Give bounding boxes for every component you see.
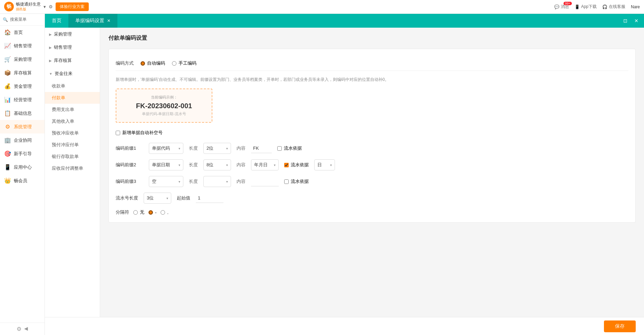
sidebar-nav: 🏠 首页 📈 销售管理 🛒 采购管理 📦 库存核算 💰 资金管理 📊 经 <box>0 26 45 323</box>
prefix1-label: 编码前缀1 <box>116 145 143 151</box>
search-icon: 🔍 <box>3 17 8 22</box>
prefix2-select[interactable]: 单据日期 ▾ <box>149 159 183 170</box>
message-btn[interactable]: 💬 消息 99+ <box>554 4 569 10</box>
prefix3-chevron: ▾ <box>179 180 180 184</box>
tab-close-all-btn[interactable]: ✕ <box>632 16 641 26</box>
manual-code-radio[interactable]: 手工编码 <box>172 60 196 66</box>
prefix1-length-select[interactable]: 2位 ▾ <box>203 143 231 154</box>
auto-code-radio[interactable]: 自动编码 <box>141 60 165 66</box>
sidebar-item-guide[interactable]: 🎯 新手引导 <box>0 147 45 160</box>
sub-menu-purchase-header[interactable]: ▶ 采购管理 <box>45 28 100 41</box>
sales-group-label: 销售管理 <box>54 44 72 50</box>
search-label: 搜索菜单 <box>10 17 27 22</box>
prefix1-length-value: 2位 <box>206 145 213 151</box>
sep-dash-radio[interactable]: - <box>148 210 156 215</box>
sub-menu-ar-ap-adjust[interactable]: 应收应付调整单 <box>45 162 100 174</box>
sidebar-inventory-label: 库存核算 <box>14 70 32 76</box>
sep-dot-label: . <box>167 210 169 215</box>
tab-maximize-btn[interactable]: ⊡ <box>621 16 630 26</box>
sub-menu-capital-header[interactable]: ▼ 资金往来 <box>45 67 100 80</box>
nav-tab-home-label: 首页 <box>52 18 61 24</box>
prefix2-serial-unit-value: 日 <box>317 162 322 168</box>
footer-settings-btn[interactable]: ⚙ <box>17 326 21 332</box>
dropdown-btn[interactable]: ▾ <box>44 4 46 9</box>
sidebar-item-inventory[interactable]: 📦 库存核算 <box>0 66 45 80</box>
sidebar-item-finance[interactable]: 💰 资金管理 <box>0 80 45 93</box>
inventory-group-label: 库存核算 <box>54 57 72 64</box>
trial-btn[interactable]: 体验行业方案 <box>56 2 89 11</box>
sep-none-radio[interactable]: 无 <box>133 209 144 215</box>
content-columns: ▶ 采购管理 ▶ 销售管理 ▶ 库存核算 <box>45 28 644 317</box>
coding-method-label: 编码方式 <box>116 60 134 66</box>
download-icon: 📱 <box>575 4 580 9</box>
home-icon: 🏠 <box>4 29 11 36</box>
sub-menu-other-income[interactable]: 其他收入单 <box>45 115 100 127</box>
system-icon: ⚙ <box>4 123 11 130</box>
search-menu-btn[interactable]: 🔍 搜索菜单 <box>0 14 45 26</box>
sidebar-purchase-label: 采购管理 <box>14 56 32 63</box>
brand: 畅 畅捷通好生意 插邑版 <box>4 2 41 11</box>
sidebar-item-enterprise[interactable]: 🏢 企业协同 <box>0 133 45 147</box>
prefix1-length-chevron: ▾ <box>226 147 228 150</box>
online-service-btn[interactable]: 🎧 在线客服 <box>602 4 625 10</box>
sidebar-item-member[interactable]: 👑 畅会员 <box>0 174 45 187</box>
sidebar-item-system[interactable]: ⚙ 系统管理 <box>0 120 45 133</box>
prefix2-row: 编码前缀2 单据日期 ▾ 长度 8位 ▾ 内容 年月日 <box>116 159 628 170</box>
sub-menu-sales-header[interactable]: ▶ 销售管理 <box>45 41 100 54</box>
separator-label: 分隔符 <box>116 209 129 215</box>
tab-actions: ⊡ ✕ <box>621 16 644 26</box>
start-value-input[interactable] <box>196 193 223 203</box>
prefix3-serial-checkbox[interactable]: 流水依据 <box>284 178 309 185</box>
prefix2-length-select[interactable]: 8位 ▾ <box>203 159 231 170</box>
sidebar-operations-label: 经营管理 <box>14 97 32 103</box>
sidebar-item-app-center[interactable]: 📱 应用中心 <box>0 160 45 174</box>
download-label: App下载 <box>581 4 597 10</box>
prefix3-length-select[interactable]: ▾ <box>203 176 231 187</box>
prefix2-content-label: 内容 <box>237 162 246 168</box>
settings-btn[interactable]: ⚙ <box>49 4 53 9</box>
sub-menu-inventory-header[interactable]: ▶ 库存核算 <box>45 54 100 67</box>
prefix2-serial-checkbox[interactable]: 流水依据 <box>284 162 309 168</box>
prefix2-content-select[interactable]: 年月日 ▾ <box>251 159 279 170</box>
sub-menu-payment[interactable]: 付款单 <box>45 92 100 104</box>
sidebar-item-sales[interactable]: 📈 销售管理 <box>0 39 45 53</box>
serial-length-select[interactable]: 3位 ▾ <box>144 193 171 204</box>
header-left: 畅 畅捷通好生意 插邑版 ▾ ⚙ 体验行业方案 <box>4 2 89 11</box>
app-download-btn[interactable]: 📱 App下载 <box>575 4 597 10</box>
prefix2-serial-unit-select[interactable]: 日 ▾ <box>314 159 335 170</box>
prefix3-content-input[interactable] <box>251 177 279 186</box>
prefix3-select[interactable]: 空 ▾ <box>149 176 183 187</box>
service-label: 在线客服 <box>609 4 625 10</box>
sub-sidebar: ▶ 采购管理 ▶ 销售管理 ▶ 库存核算 <box>45 28 100 317</box>
sub-menu-bank-deposit[interactable]: 银行存取款单 <box>45 151 100 162</box>
footer-collapse-btn[interactable]: ◀ <box>24 326 28 332</box>
prefix3-serial-label: 流水依据 <box>291 178 309 185</box>
purchase-group-label: 采购管理 <box>54 31 72 37</box>
sub-menu-receipt[interactable]: 收款单 <box>45 80 100 92</box>
prefix3-length-label: 长度 <box>189 178 198 185</box>
save-button[interactable]: 保存 <box>604 320 636 332</box>
prefix1-serial-checkbox[interactable]: 流水依据 <box>277 145 302 151</box>
prefix1-content-input[interactable] <box>251 143 272 153</box>
prefix2-value: 单据日期 <box>152 162 170 168</box>
auto-fill-label: 新增单据自动补空号 <box>122 130 163 136</box>
serial-length-label: 流水号长度 <box>116 195 138 201</box>
brand-name: 畅捷通好生意 <box>16 2 41 7</box>
sub-menu-prepaid-pay[interactable]: 预付冲应付单 <box>45 139 100 151</box>
sidebar-item-home[interactable]: 🏠 首页 <box>0 26 45 39</box>
auto-fill-checkbox[interactable]: 新增单据自动补空号 <box>116 130 628 136</box>
sep-dot-radio[interactable]: . <box>161 210 169 215</box>
sidebar-item-basic-info[interactable]: 📋 基础信息 <box>0 106 45 120</box>
basic-info-icon: 📋 <box>4 110 11 117</box>
prefix2-serial-label: 流水依据 <box>291 162 309 168</box>
service-icon: 🎧 <box>602 4 607 9</box>
sidebar-item-operations[interactable]: 📊 经营管理 <box>0 93 45 106</box>
tab-close-icon[interactable]: ✕ <box>107 18 110 23</box>
sub-menu-expense[interactable]: 费用支出单 <box>45 104 100 115</box>
sub-menu-prepaid-recv[interactable]: 预收冲应收单 <box>45 127 100 139</box>
nav-tab-home[interactable]: 首页 <box>45 14 68 28</box>
prefix1-select[interactable]: 单据代码 ▾ <box>149 143 183 154</box>
sidebar-item-purchase[interactable]: 🛒 采购管理 <box>0 53 45 66</box>
nav-tab-code-settings[interactable]: 单据编码设置 ✕ <box>68 14 117 28</box>
user-name[interactable]: Nare <box>631 4 640 9</box>
